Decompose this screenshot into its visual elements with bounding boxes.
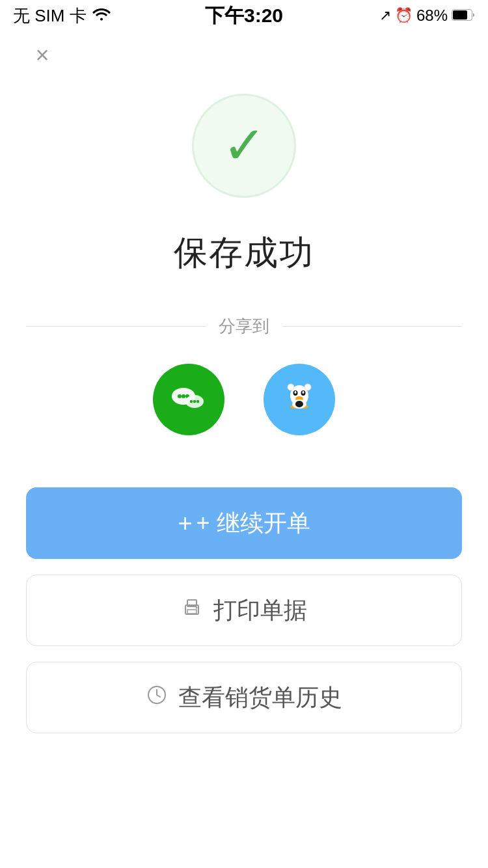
print-icon — [181, 597, 203, 624]
divider-line-left — [26, 326, 206, 327]
history-label: 查看销货单历史 — [178, 682, 342, 714]
svg-rect-24 — [187, 610, 197, 614]
status-right: ↗ ⏰ 68% — [379, 7, 475, 25]
success-icon-circle: ✓ — [192, 94, 296, 198]
alarm-icon: ⏰ — [395, 7, 413, 24]
share-divider: 分享到 — [0, 315, 488, 338]
status-bar: 无 SIM 卡 下午3:20 ↗ ⏰ 68% — [0, 0, 488, 29]
checkmark-icon: ✓ — [223, 120, 266, 172]
svg-rect-1 — [453, 10, 467, 20]
svg-point-20 — [288, 384, 294, 390]
svg-point-9 — [197, 400, 200, 403]
svg-point-14 — [303, 391, 305, 394]
success-title: 保存成功 — [174, 230, 314, 276]
main-content: ✓ 保存成功 分享到 — [0, 29, 488, 733]
share-icons-container — [153, 364, 335, 435]
plus-icon: + — [178, 509, 192, 537]
divider-line-right — [282, 326, 462, 327]
action-buttons: + + 继续开单 打印单据 查看销货单历 — [0, 487, 488, 733]
share-label: 分享到 — [206, 315, 282, 338]
qq-share-button[interactable] — [264, 364, 335, 435]
close-button[interactable]: × — [26, 39, 59, 72]
print-button[interactable]: 打印单据 — [26, 575, 462, 646]
svg-point-13 — [295, 391, 297, 394]
status-time: 下午3:20 — [205, 3, 283, 29]
status-left: 无 SIM 卡 — [13, 5, 111, 27]
wifi-icon — [92, 7, 111, 25]
print-label: 打印单据 — [213, 595, 307, 627]
svg-point-19 — [295, 401, 303, 407]
svg-point-8 — [193, 400, 197, 403]
svg-point-25 — [196, 607, 198, 609]
battery-icon — [452, 7, 475, 25]
history-button[interactable]: 查看销货单历史 — [26, 662, 462, 733]
continue-button[interactable]: + + 继续开单 — [26, 487, 462, 559]
close-icon: × — [35, 44, 49, 67]
continue-label: + 继续开单 — [197, 508, 310, 539]
wechat-share-button[interactable] — [153, 364, 224, 435]
no-sim-label: 无 SIM 卡 — [13, 5, 87, 27]
battery-percent: 68% — [416, 7, 448, 25]
location-icon: ↗ — [379, 7, 391, 24]
svg-point-4 — [182, 394, 185, 398]
history-icon — [146, 684, 168, 711]
svg-point-3 — [178, 394, 182, 398]
svg-point-21 — [305, 384, 311, 390]
svg-point-7 — [190, 400, 193, 403]
